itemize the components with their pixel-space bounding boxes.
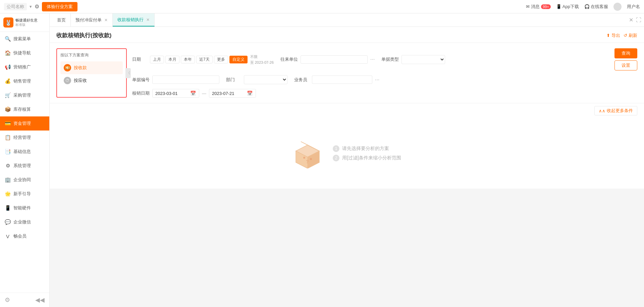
sidebar-label-marketing: 营销推广 — [13, 64, 31, 70]
sidebar-collapse-icon[interactable]: ◀◀ — [35, 296, 45, 304]
counterpart-label: 往来单位 — [280, 56, 298, 62]
top-bar: 公司名称 ▾ ⚙ 体验行业方案 ✉ 消息 99+ 📱 App下载 🎧 在线客服 … — [0, 0, 644, 13]
tip-text-1: 请先选择要分析的方案 — [342, 146, 389, 152]
settings-icon[interactable]: ⚙ — [35, 3, 39, 10]
date-btn-7days[interactable]: 近7天 — [196, 56, 213, 63]
calendar-start-icon[interactable]: 📅 — [190, 91, 196, 96]
query-option-by-receipt[interactable]: 💴 按收款 — [60, 61, 123, 74]
sidebar-item-quick-nav[interactable]: 🏠 快捷导航 — [0, 46, 49, 60]
empty-state: ? 1 请先选择要分析的方案 2 用[过滤]条件来缩小分析范围 — [50, 118, 644, 189]
date-label: 日期 — [132, 56, 147, 62]
inventory-icon: 📦 — [5, 106, 11, 112]
doc-type-select[interactable] — [401, 55, 445, 64]
date-btn-this-month[interactable]: 本月 — [165, 56, 179, 63]
empty-tip-1: 1 请先选择要分析的方案 — [333, 145, 401, 152]
messages-btn[interactable]: ✉ 消息 99+ — [526, 4, 551, 10]
staff-label: 业务员 — [294, 77, 309, 83]
counterpart-input[interactable] — [301, 55, 368, 64]
tab-prepay-close-icon[interactable]: ✕ — [104, 18, 108, 22]
sidebar-label-search: 搜索菜单 — [13, 36, 31, 42]
refresh-btn[interactable]: ↺ 刷新 — [624, 33, 637, 39]
sidebar-label-inventory: 库存核算 — [13, 106, 31, 112]
industry-btn[interactable]: 体验行业方案 — [42, 2, 77, 11]
company-name[interactable]: 公司名称 — [4, 3, 27, 10]
date-range-dash: — — [202, 91, 206, 96]
staff-dots[interactable]: ··· — [375, 77, 379, 83]
sidebar-item-basic-info[interactable]: 📑 基础信息 — [0, 145, 49, 159]
query-btn[interactable]: 查询 — [614, 48, 637, 58]
tab-receivable[interactable]: 收款核销执行 ✕ — [113, 13, 155, 27]
logo-subtext: 标准版 — [15, 22, 38, 27]
verify-date-filter-group: 核销日期 📅 — 📅 — [132, 89, 256, 98]
sidebar-item-purchase[interactable]: 🛒 采购管理 — [0, 88, 49, 102]
date-filter-group: 日期 上月 本月 本年 近7天 更多 自定义 不限 至 — [132, 54, 274, 65]
sidebar-item-inventory[interactable]: 📦 库存核算 — [0, 102, 49, 116]
sidebar-label-quick-nav: 快捷导航 — [13, 50, 31, 56]
tab-receivable-close-icon[interactable]: ✕ — [146, 17, 150, 22]
empty-tips: 1 请先选择要分析的方案 2 用[过滤]条件来缩小分析范围 — [333, 145, 401, 161]
verify-date-label: 核销日期 — [132, 90, 150, 96]
sidebar-item-smart-hw[interactable]: 📱 智能硬件 — [0, 201, 49, 215]
doc-no-label: 单据编号 — [132, 77, 150, 83]
sidebar-item-biz-mgmt[interactable]: 📋 经营管理 — [0, 131, 49, 145]
export-btn[interactable]: ⬆ 导出 — [606, 33, 620, 39]
query-panel-title: 按以下方案查询 — [60, 52, 123, 58]
date-btn-more[interactable]: 更多 — [214, 56, 228, 63]
filter-actions: 查询 设置 — [614, 48, 637, 70]
counterpart-dots[interactable]: ··· — [370, 56, 375, 62]
tab-close-all-icon[interactable]: ✕ — [629, 17, 633, 23]
user-name: 用户名 — [627, 4, 640, 10]
setting-btn[interactable]: 设置 — [614, 60, 637, 70]
sidebar-label-guide: 新手引导 — [13, 191, 31, 197]
message-icon: ✉ — [526, 4, 530, 9]
query-panel: 按以下方案查询 💴 按收款 ⏱ 按应收 《 — [56, 48, 127, 98]
member-icon: V — [5, 234, 11, 239]
dropdown-arrow-icon[interactable]: ▾ — [30, 4, 32, 9]
collapse-up-icon: ∧∧ — [599, 108, 605, 113]
sidebar-item-search[interactable]: 🔍 搜索菜单 — [0, 32, 49, 46]
verify-date-end-input[interactable] — [212, 91, 246, 96]
sidebar-item-marketing[interactable]: 📢 营销推广 — [0, 60, 49, 74]
search-icon: 🔍 — [5, 36, 11, 42]
sales-icon: 💰 — [5, 78, 11, 84]
tab-home[interactable]: 首页 — [52, 13, 71, 27]
calendar-end-icon[interactable]: 📅 — [247, 91, 253, 96]
sidebar-settings-icon[interactable]: ⚙ — [5, 296, 10, 304]
sidebar-item-sales[interactable]: 💰 销售管理 — [0, 74, 49, 88]
home-icon: 🏠 — [5, 50, 11, 56]
verify-date-start-input[interactable] — [155, 91, 189, 96]
main-layout: 🐰 畅捷通好生意 标准版 🔍 搜索菜单 🏠 快捷导航 📢 营销推广 💰 销售管理… — [0, 13, 644, 307]
doc-no-input[interactable] — [152, 75, 219, 84]
sidebar-item-wecom[interactable]: 💬 企业微信 — [0, 215, 49, 229]
date-buttons: 上月 本月 本年 近7天 更多 自定义 — [150, 56, 248, 63]
sidebar: 🐰 畅捷通好生意 标准版 🔍 搜索菜单 🏠 快捷导航 📢 营销推广 💰 销售管理… — [0, 13, 50, 307]
sidebar-label-sales: 销售管理 — [13, 78, 31, 84]
app-download-btn[interactable]: 📱 App下载 — [556, 4, 579, 10]
sidebar-bottom: ⚙ ◀◀ — [0, 293, 49, 307]
dept-select[interactable] — [244, 75, 287, 84]
wecom-icon: 💬 — [5, 219, 11, 225]
online-service-btn[interactable]: 🎧 在线客服 — [584, 4, 608, 10]
sidebar-item-member[interactable]: V 畅会员 — [0, 229, 49, 243]
sidebar-item-sys-mgmt[interactable]: ⚙ 系统管理 — [0, 159, 49, 173]
tab-expand-icon[interactable]: ⛶ — [636, 17, 641, 23]
date-btn-custom[interactable]: 自定义 — [229, 56, 248, 63]
export-icon: ⬆ — [606, 33, 610, 38]
date-btn-this-year[interactable]: 本年 — [181, 56, 195, 63]
tab-prepay[interactable]: 预付冲应付单 ✕ — [71, 13, 113, 27]
sidebar-item-guide[interactable]: 🌟 新手引导 — [0, 187, 49, 201]
purchase-icon: 🛒 — [5, 92, 11, 98]
sidebar-logo: 🐰 畅捷通好生意 标准版 — [0, 13, 49, 32]
filter-right: 日期 上月 本月 本年 近7天 更多 自定义 不限 至 — [132, 48, 637, 98]
query-option-by-receivable[interactable]: ⏱ 按应收 — [60, 74, 123, 87]
sidebar-item-fund[interactable]: 💳 资金管理 — [0, 116, 49, 131]
tip-num-2: 2 — [333, 155, 339, 161]
staff-input[interactable] — [312, 75, 372, 84]
avatar[interactable] — [613, 3, 622, 11]
sidebar-item-enterprise[interactable]: 🏢 企业协同 — [0, 173, 49, 187]
tip-num-1: 1 — [333, 145, 339, 152]
date-btn-last-month[interactable]: 上月 — [150, 56, 164, 63]
collapse-more-btn[interactable]: ∧∧ 收起更多条件 — [594, 106, 637, 115]
messages-badge: 99+ — [541, 4, 551, 9]
query-panel-collapse-btn[interactable]: 《 — [125, 68, 131, 78]
